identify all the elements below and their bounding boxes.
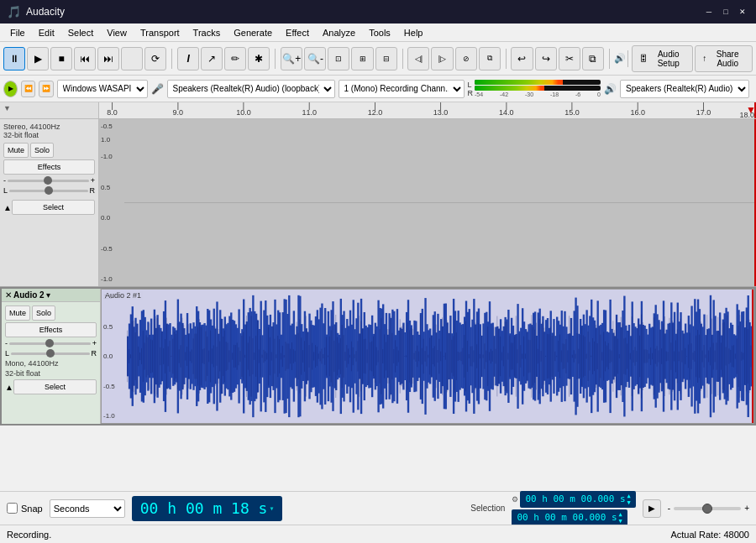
track2-vol-thumb [45,339,54,347]
sel-end-stepper[interactable]: ▲▼ [619,511,622,525]
menu-bar: File Edit Select View Transport Tracks G… [0,23,756,42]
track1-volume-slider[interactable] [8,180,89,182]
menu-analyze[interactable]: Analyze [316,26,362,39]
channel-select[interactable]: 1 (Mono) Recording Chann... [339,80,465,98]
separator5 [609,49,610,69]
track2-mute-button[interactable]: Mute [5,305,30,321]
maximize-button[interactable]: □ [719,5,732,18]
select-tool-button[interactable]: I [177,47,199,70]
play-button[interactable]: ▶ [27,47,49,70]
track1-pan-thumb [45,186,53,195]
output-device-select2[interactable]: Speakers (Realtek(R) Audio) [620,80,749,98]
menu-view[interactable]: View [100,26,134,39]
undo-button[interactable]: ↩ [511,47,533,70]
r2-label: R [92,349,97,358]
track2-select-button[interactable]: Select [13,379,97,394]
menu-file[interactable]: File [3,26,32,39]
plus2-icon: + [92,339,97,347]
track2-effects-button[interactable]: Effects [5,322,97,337]
share-audio-button[interactable]: ↑ Share Audio [695,45,753,72]
trim-clip-button[interactable]: ✂ [559,47,580,70]
plus-icon: + [91,176,95,185]
menu-effect[interactable]: Effect [279,26,316,39]
skip-back-button[interactable]: ⏪ [21,81,35,97]
selection-times: ⚙ 00 h 00 m 00.000 s ▲▼ 00 h 00 m 00.000… [512,491,635,526]
track1-effects-button[interactable]: Effects [3,159,95,175]
r-label: R [90,186,96,195]
loop-button[interactable]: ⟳ [144,47,166,70]
next-button[interactable]: ⏭ [97,47,119,70]
input-meter-button[interactable]: ▶ [3,81,18,97]
track2-dropdown-icon[interactable]: ▾ [46,290,50,300]
menu-help[interactable]: Help [397,26,430,39]
y2-label-5: -1.0 [103,412,125,420]
track1-buttons: Mute Solo [3,143,95,158]
snap-group: Snap [7,503,43,514]
copy-button[interactable]: ⧉ [479,47,501,70]
envelope-tool-button[interactable]: ↗ [201,47,223,70]
menu-select[interactable]: Select [61,26,101,39]
track1-expand-icon[interactable]: ▲ [3,203,12,212]
track2-name: Audio 2 [13,290,45,300]
sel-start-stepper[interactable]: ▲▼ [627,493,631,506]
close-button[interactable]: ✕ [736,5,749,18]
track2-pan-slider[interactable] [11,352,89,355]
record-button[interactable] [121,47,143,70]
copy2-button[interactable]: ⧉ [582,47,604,70]
app-title: Audacity [26,6,65,18]
track1-pan-slider[interactable] [9,190,87,192]
menu-tracks[interactable]: Tracks [186,26,228,39]
vu-meter-bar: ▶ ⏪ ⏩ Windows WASAPI 🎤 Speakers (Realtek… [0,76,756,102]
menu-tools[interactable]: Tools [362,26,397,39]
menu-transport[interactable]: Transport [134,26,186,39]
minimize-button[interactable]: ─ [702,5,716,18]
pause-button[interactable]: ⏸ [3,47,25,70]
y-label-5: 0.0 [101,214,123,222]
zoom-sel-button[interactable]: ⊡ [328,47,349,70]
track2-expand-icon[interactable]: ▲ [5,383,13,392]
track2-volume: - + [5,339,97,347]
trim-right-button[interactable]: |▷ [431,47,453,70]
stop-button[interactable]: ■ [50,47,72,70]
track2-pan: L R [5,349,97,358]
silence-button[interactable]: ⊘ [455,47,477,70]
zoom-toggle-button[interactable]: ⊟ [375,47,397,70]
api-select[interactable]: Windows WASAPI [57,80,148,98]
zoom-fit-button[interactable]: ⊞ [351,47,373,70]
zoom-out-button[interactable]: 🔍- [304,47,326,70]
zoom-in-button[interactable]: 🔍+ [281,47,302,70]
status-bar: Recording. Actual Rate: 48000 [0,525,756,543]
seconds-select[interactable]: Seconds [50,499,125,518]
track1-select-button[interactable]: Select [12,200,95,215]
redo-button[interactable]: ↪ [535,47,557,70]
draw-tool-button[interactable]: ✏ [224,47,246,70]
track1-volume: - + [3,176,95,185]
audio-slider-group: - + [668,504,749,513]
separator3 [402,49,403,69]
track1-arrow: ▲ Select [3,200,95,215]
track1-mute-button[interactable]: Mute [3,143,29,158]
track2-close-button[interactable]: ✕ [5,290,12,300]
multi-tool-button[interactable]: ✱ [248,47,270,70]
track2-solo-button[interactable]: Solo [32,305,55,321]
trim-left-button[interactable]: ◁| [407,47,429,70]
menu-edit[interactable]: Edit [32,26,61,39]
y-label-1: -0.5 [101,123,123,130]
time-display: 00 h 00 m 18 s ▾ [132,496,283,521]
y-label-3: 1.0 [101,136,110,144]
snap-checkbox[interactable] [7,503,18,514]
menu-generate[interactable]: Generate [227,26,279,39]
play-selection-button[interactable]: ▶ [643,499,661,518]
track1-solo-button[interactable]: Solo [30,143,54,158]
audio-slider[interactable] [674,507,741,510]
time-arrow[interactable]: ▾ [269,504,274,513]
skip-forward-button[interactable]: ⏩ [39,81,53,97]
prev-button[interactable]: ⏮ [74,47,96,70]
bottom-toolbar: Snap Seconds 00 h 00 m 18 s ▾ Selection … [0,491,756,525]
audio-setup-button[interactable]: 🎛 Audio Setup [632,45,693,72]
slider-minus-icon: - [668,504,670,513]
track2-volume-slider[interactable] [9,342,91,345]
clip-label: Audio 2 #1 [103,291,143,300]
l2-label: L [5,349,9,358]
output-device-select[interactable]: Speakers (Realtek(R) Audio) (loopback) [167,80,335,98]
